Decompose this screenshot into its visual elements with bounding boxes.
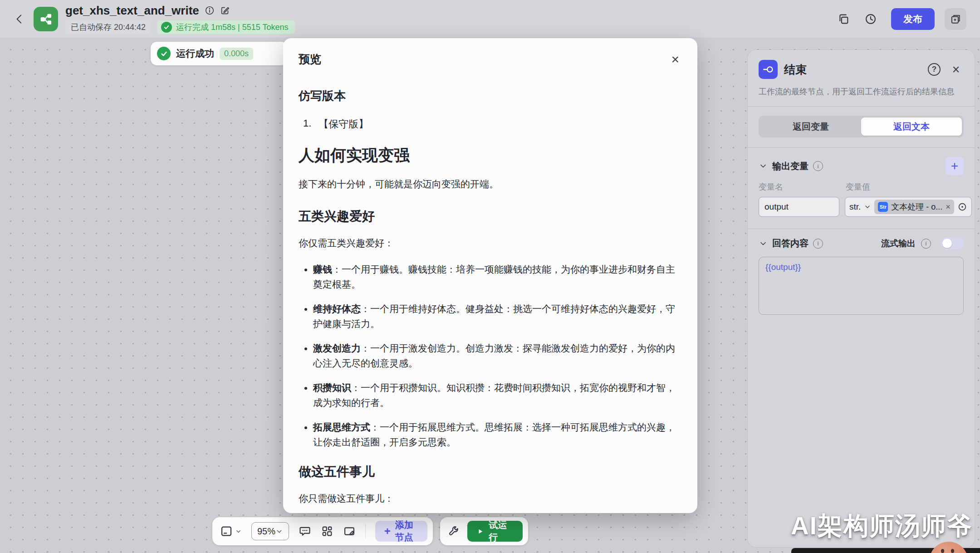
article-title: 人如何实现变强 [299, 145, 681, 166]
output-variables-label: 输出变量 [772, 160, 808, 172]
string-type-badge: Str [878, 202, 888, 212]
list-item: 积攒知识：一个用于积攒知识。知识积攒：花费时间积攒知识，拓宽你的视野和才智，成为… [313, 381, 681, 410]
tab-return-text[interactable]: 返回文本 [861, 117, 962, 136]
panel-description: 工作流的最终节点，用于返回工作流运行后的结果信息 [748, 79, 975, 106]
section-heading: 仿写版本 [299, 88, 681, 104]
workflow-app-icon [34, 7, 58, 31]
column-variable-value: 变量值 [846, 181, 870, 192]
modal-title: 预览 [299, 52, 321, 67]
return-mode-tabs: 返回变量 返回文本 [759, 116, 964, 137]
stream-output-toggle[interactable] [941, 237, 964, 250]
remove-reference-icon[interactable]: × [946, 202, 951, 212]
article-intro: 接下来的十分钟，可能就是你迈向变强的开端。 [299, 178, 681, 191]
chevron-down-icon[interactable] [759, 161, 768, 171]
variable-value-control[interactable]: str. Str 文本处理 - o... × [845, 197, 972, 217]
wrench-icon[interactable] [447, 525, 460, 538]
variable-name-input[interactable] [759, 197, 839, 217]
run-toolbar: 试运行 [440, 517, 528, 545]
interests-heading: 五类兴趣爱好 [299, 208, 681, 225]
run-complete-badge: 运行完成 1m58s | 5515 Tokens [157, 20, 294, 34]
list-item: 激发创造力：一个用于激发创造力。创造力激发：探寻能激发创造力的爱好，为你的内心注… [313, 341, 681, 371]
run-success-label: 运行成功 [176, 47, 214, 60]
canvas-toolbar: 95% + 添加节点 [212, 517, 433, 545]
run-success-card: 运行成功 0.000s [151, 42, 288, 65]
settings-icon[interactable] [957, 202, 967, 212]
interests-list: 赚钱：一个用于赚钱。赚钱技能：培养一项能赚钱的技能，为你的事业进步和财务自主奠定… [299, 262, 681, 450]
reference-text: 文本处理 - o... [891, 201, 942, 212]
duplicate-icon[interactable] [836, 11, 851, 27]
history-icon[interactable] [863, 11, 878, 27]
tab-return-variables[interactable]: 返回变量 [760, 117, 861, 136]
stream-output-label: 流式输出 [881, 238, 916, 250]
panel-close-icon[interactable]: × [948, 62, 964, 77]
answer-content-textarea[interactable]: {{output}} [759, 257, 964, 315]
zoom-level-value: 95% [257, 526, 275, 537]
add-node-label: 添加节点 [395, 519, 418, 543]
add-variable-button[interactable]: + [946, 157, 964, 175]
info-icon[interactable]: i [813, 239, 823, 249]
list-item: 拓展思维方式：一个用于拓展思维方式。思维拓展：选择一种可拓展思维方式的兴趣，让你… [313, 420, 681, 450]
title-block: get_xhs_text_and_write 已自动保存 20:44:42 运行… [65, 4, 295, 34]
comment-icon[interactable] [299, 525, 311, 538]
list-item: 赚钱：一个用于赚钱。赚钱技能：培养一项能赚钱的技能，为你的事业进步和财务自主奠定… [313, 262, 681, 292]
panel-title: 结束 [784, 62, 920, 77]
info-icon[interactable]: ?i [813, 161, 823, 171]
end-node-panel: 结束 ? × 工作流的最终节点，用于返回工作流运行后的结果信息 返回变量 返回文… [748, 50, 975, 547]
add-node-button[interactable]: + 添加节点 [375, 521, 427, 542]
column-variable-name: 变量名 [759, 181, 839, 192]
watermark-text: AI架构师汤师爷 [791, 509, 973, 543]
top-bar: get_xhs_text_and_write 已自动保存 20:44:42 运行… [0, 0, 980, 38]
workflow-title: get_xhs_text_and_write [65, 4, 199, 18]
add-panel-icon[interactable] [945, 8, 966, 30]
publish-button[interactable]: 发布 [891, 8, 935, 30]
edit-icon[interactable] [220, 5, 230, 15]
info-icon[interactable] [205, 5, 215, 15]
layout-blocks-icon[interactable] [321, 525, 333, 538]
end-node-icon [759, 60, 778, 79]
check-icon [161, 22, 172, 33]
interests-intro: 你仅需五类兴趣爱好： [299, 237, 681, 250]
view-mode-selector[interactable] [220, 524, 242, 538]
ordered-list-item: 1. 【保守版】 [299, 117, 681, 131]
back-button[interactable] [12, 11, 27, 27]
preview-modal: 预览 × 仿写版本 1. 【保守版】 人如何实现变强 接下来的十分钟，可能就是你… [283, 38, 697, 513]
zoom-level-select[interactable]: 95% [251, 522, 289, 540]
chevron-down-icon [275, 528, 283, 535]
autosave-badge: 已自动保存 20:44:42 [65, 20, 151, 34]
type-select[interactable]: str. [849, 202, 861, 212]
test-run-label: 试运行 [489, 519, 513, 543]
test-run-button[interactable]: 试运行 [467, 521, 523, 542]
list-item: 维持好体态：一个用于维持好体态。健身益处：挑选一个可维持好体态的兴趣爱好，守护健… [313, 302, 681, 331]
run-complete-text: 运行完成 1m58s | 5515 Tokens [176, 22, 288, 33]
help-icon[interactable]: ? [926, 62, 942, 77]
actions-heading: 做这五件事儿 [299, 463, 681, 480]
success-check-icon [157, 47, 171, 60]
chevron-down-icon [235, 528, 242, 535]
play-icon [477, 528, 484, 535]
chevron-down-icon [864, 203, 871, 210]
note-icon[interactable] [343, 525, 356, 538]
screen-icon [220, 524, 233, 538]
variable-reference-chip[interactable]: Str 文本处理 - o... × [874, 200, 954, 214]
answer-content-label: 回答内容 [772, 237, 808, 250]
close-icon[interactable]: × [669, 52, 681, 67]
run-duration-badge: 0.000s [220, 48, 253, 60]
actions-intro: 你只需做这五件事儿： [299, 492, 681, 505]
chevron-down-icon[interactable] [759, 239, 768, 248]
info-icon[interactable]: i [921, 239, 931, 249]
list-number: 1. [303, 117, 311, 131]
list-item-text: 【保守版】 [318, 117, 368, 131]
plus-icon: + [384, 526, 391, 537]
